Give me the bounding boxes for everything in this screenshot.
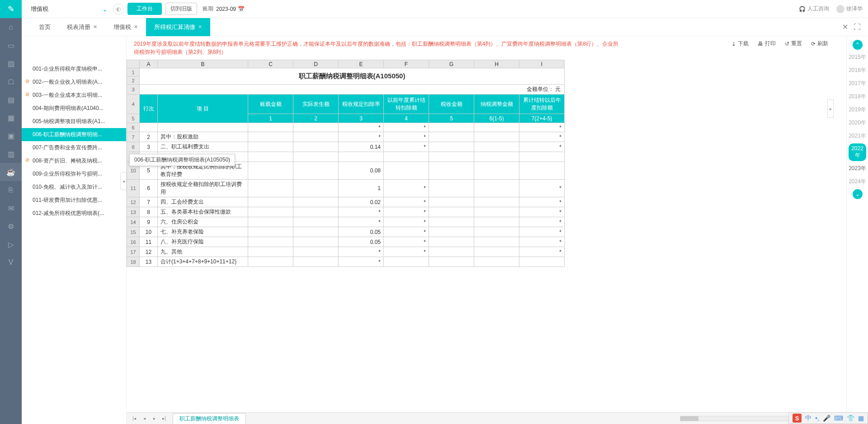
year-2017年[interactable]: 2017年	[847, 77, 868, 90]
period-label: 账期	[203, 5, 213, 13]
sheet-nav-prev[interactable]: ◂	[140, 414, 148, 423]
tree-item-11[interactable]: 012-减免所得税优惠明细表(...	[22, 207, 126, 220]
year-2016年[interactable]: 2016年	[847, 64, 868, 77]
tabs-bar: 首页税表清册✕增值税✕所得税汇算清缴✕ ✕ ⛶	[22, 18, 868, 36]
tab-2[interactable]: 增值税✕	[105, 18, 146, 36]
sheet-tabs-bar: |◂ ◂ ▸ ▸| 职工薪酬纳税调整明细表	[127, 412, 846, 424]
ime-lang-toggle[interactable]: 中	[805, 414, 811, 422]
tree-item-4[interactable]: 005-纳税调整项目明细表(A1...	[22, 115, 126, 128]
warning-notice: 2019年度涉及取以前年度结转数据的申报表单元格需要手工维护正确，才能保证本年及…	[127, 36, 630, 60]
workbench-button[interactable]: 工作台	[127, 3, 162, 15]
nav-v-icon[interactable]: V	[0, 253, 22, 272]
form-tree-panel: 001-企业所得税年度纳税申...002-一般企业收入明细表(A...003-一…	[22, 36, 127, 424]
years-panel: ⌃ 2015年2016年2017年2018年2019年2020年2021年202…	[846, 36, 868, 424]
nav-home-icon[interactable]: ⌂	[0, 18, 22, 36]
ime-punct-icon[interactable]: •,	[815, 414, 819, 422]
year-2024年[interactable]: 2024年	[847, 175, 868, 188]
year-down-button[interactable]: ⌄	[853, 189, 863, 199]
nav-chart-icon[interactable]: ▨	[0, 54, 22, 72]
download-button[interactable]: ⤓下载	[731, 40, 749, 48]
nav-bag-icon[interactable]: ☖	[0, 72, 22, 91]
year-2020年[interactable]: 2020年	[847, 116, 868, 129]
year-2015年[interactable]: 2015年	[847, 51, 868, 64]
tree-item-9[interactable]: 010-免税、减计收入及加计...	[22, 181, 126, 194]
ime-toolbox-icon[interactable]: ▦	[858, 414, 864, 422]
year-2018年[interactable]: 2018年	[847, 90, 868, 103]
tree-item-5[interactable]: 006-职工薪酬纳税调整明细...	[22, 128, 126, 141]
year-2023年[interactable]: 2023年	[847, 162, 868, 175]
calendar-icon[interactable]: 📅	[238, 6, 245, 12]
nav-video-icon[interactable]: ▷	[0, 235, 22, 253]
tab-0[interactable]: 首页	[31, 18, 59, 36]
tree-tooltip: 006-职工薪酬纳税调整明细表(A105050)	[129, 154, 235, 166]
refresh-icon: ⟳	[811, 41, 816, 47]
ime-keyboard-icon[interactable]: ⌨	[834, 414, 843, 422]
headset-icon: 🎧	[799, 6, 806, 12]
ime-skin-icon[interactable]: 👕	[847, 414, 854, 422]
nav-stamp-icon[interactable]: ▣	[0, 127, 22, 145]
refresh-button[interactable]: ⟳刷新	[811, 40, 828, 48]
period-value: 2023-09	[216, 6, 236, 12]
sheet-nav-first[interactable]: |◂	[130, 414, 138, 423]
nav-report-icon[interactable]: ▦	[0, 109, 22, 127]
reset-button[interactable]: ↺重置	[785, 40, 802, 48]
nav-doc-icon[interactable]: ▭	[0, 36, 22, 54]
consult-link[interactable]: 🎧人工咨询	[799, 5, 829, 13]
topbar: 增值税 ⌄ ◐ 工作台 切到旧版 账期 2023-09 📅 🎧人工咨询 徐泽华	[22, 0, 868, 18]
tree-item-8[interactable]: 009-企业所得税弥补亏损明...	[22, 167, 126, 181]
tab-1[interactable]: 税表清册✕	[59, 18, 105, 36]
collapse-tree-handle[interactable]: ◂	[120, 172, 127, 190]
tree-item-7[interactable]: 008-资产折旧、摊销及纳税...	[22, 154, 126, 167]
expand-right-handle[interactable]: ▸	[827, 100, 834, 118]
dropdown-label: 增值税	[31, 5, 48, 13]
nav-clip-icon[interactable]: ▤	[0, 91, 22, 109]
reset-icon: ↺	[785, 41, 789, 47]
nav-copy-icon[interactable]: ⎘	[0, 181, 22, 199]
hscroll-thumb[interactable]	[680, 416, 698, 421]
year-2019年[interactable]: 2019年	[847, 103, 868, 116]
sheet-nav-last[interactable]: ▸|	[160, 414, 168, 423]
spreadsheet-grid[interactable]: ABCDEFGHI1职工薪酬纳税调整明细表(A105050)23金额单位： 元4…	[127, 60, 846, 424]
tree-item-0[interactable]: 001-企业所得税年度纳税申...	[22, 62, 126, 76]
app-logo: ✎	[0, 0, 22, 18]
close-tabs-button[interactable]: ✕	[842, 23, 848, 31]
print-icon: 🖶	[758, 41, 763, 47]
left-sidebar: ✎ ⌂ ▭ ▨ ☖ ▤ ▦ ▣ ▥ ☕ ⎘ ✉ ⚙ ▷ V	[0, 0, 22, 424]
tree-item-1[interactable]: 002-一般企业收入明细表(A...	[22, 76, 126, 89]
tree-item-6[interactable]: 007-广告费和业务宣传费跨...	[22, 141, 126, 154]
ime-toolbar: S 中 •, 🎤 ⌨ 👕 ▦	[788, 412, 868, 424]
user-menu[interactable]: 徐泽华	[836, 5, 863, 13]
nav-settings-icon[interactable]: ⚙	[0, 217, 22, 235]
sheet-nav-next[interactable]: ▸	[150, 414, 158, 423]
print-button[interactable]: 🖶打印	[758, 40, 776, 48]
tab-close-icon[interactable]: ✕	[198, 24, 202, 30]
tree-item-2[interactable]: 003-一般企业成本支出明细...	[22, 89, 126, 102]
ime-voice-icon[interactable]: 🎤	[823, 414, 830, 422]
nav-tax-icon[interactable]: ☕	[0, 163, 22, 181]
download-icon: ⤓	[731, 41, 736, 47]
tree-item-3[interactable]: 004-期间费用明细表(A1040...	[22, 102, 126, 115]
nav-inbox-icon[interactable]: ✉	[0, 199, 22, 217]
tax-type-dropdown[interactable]: 增值税 ⌄	[27, 5, 113, 13]
tree-item-10[interactable]: 011-研发费用加计扣除优惠...	[22, 194, 126, 207]
tab-close-icon[interactable]: ✕	[93, 24, 97, 30]
year-2021年[interactable]: 2021年	[847, 129, 868, 143]
year-2022年[interactable]: 2022年	[849, 143, 866, 161]
switch-old-button[interactable]: 切到旧版	[165, 3, 197, 15]
avatar-icon	[836, 5, 844, 13]
ime-logo-icon[interactable]: S	[793, 414, 802, 423]
chevron-down-icon: ⌄	[102, 5, 108, 13]
year-up-button[interactable]: ⌃	[853, 40, 863, 50]
expand-button[interactable]: ⛶	[854, 23, 861, 31]
tab-close-icon[interactable]: ✕	[134, 24, 138, 30]
sheet-tab[interactable]: 职工薪酬纳税调整明细表	[173, 413, 246, 424]
nav-calendar-icon[interactable]: ▥	[0, 145, 22, 163]
history-button[interactable]: ◐	[113, 4, 124, 14]
tab-3[interactable]: 所得税汇算清缴✕	[146, 18, 210, 36]
